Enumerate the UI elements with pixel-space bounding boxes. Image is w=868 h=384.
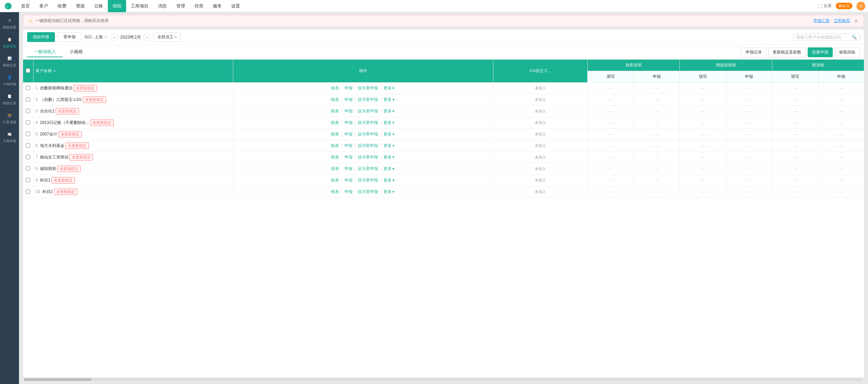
op-more[interactable]: 更多▼	[383, 97, 395, 102]
sort-icon[interactable]: ▼	[53, 69, 56, 73]
row-checkbox[interactable]	[26, 143, 30, 148]
sidebar-item-tax-settings[interactable]: ⚙ 报税设置	[0, 14, 19, 33]
op-declare[interactable]: 申报	[344, 86, 353, 90]
nav-client[interactable]: 客户	[35, 0, 53, 12]
op-set-zero[interactable]: 设为零申报	[358, 166, 378, 171]
batch-declare-btn[interactable]: 批量申报	[808, 47, 833, 57]
op-more[interactable]: 更多▼	[383, 189, 395, 194]
banner-link-buy[interactable]: 立即购买	[834, 18, 850, 24]
op-more[interactable]: 更多▼	[383, 86, 395, 90]
op-tax-form[interactable]: 税表	[331, 143, 339, 148]
op-tax-form[interactable]: 税表	[331, 132, 339, 136]
op-tax-form[interactable]: 税表	[331, 120, 339, 125]
sidebar-item-personal-tax[interactable]: 👤 个税申报	[0, 70, 19, 89]
op-set-zero[interactable]: 设为零申报	[358, 97, 378, 102]
upgrade-btn[interactable]: 畅会员	[836, 3, 852, 9]
row-checkbox[interactable]	[26, 109, 30, 113]
op-tax-form[interactable]: 税表	[331, 97, 339, 102]
tab-general-taxpayer[interactable]: 一般纳税人	[27, 47, 63, 57]
op-set-zero[interactable]: 设为零申报	[358, 120, 378, 125]
search-input[interactable]	[796, 35, 850, 40]
op-set-zero[interactable]: 设为零申报	[358, 155, 378, 159]
horizontal-scrollbar[interactable]	[23, 377, 864, 381]
banner-link-declare[interactable]: 申报汇签	[813, 18, 830, 24]
scroll-thumb[interactable]	[24, 378, 92, 381]
banner-close-btn[interactable]: ✕	[854, 18, 858, 24]
declare-records-btn[interactable]: 申报记录	[741, 47, 766, 57]
op-tax-form[interactable]: 税表	[331, 155, 339, 159]
op-set-zero[interactable]: 设为零申报	[358, 143, 378, 148]
op-tax-form[interactable]: 税表	[331, 189, 339, 194]
sidebar-item-biz-annual[interactable]: 📰 工商年报	[0, 127, 19, 146]
op-declare[interactable]: 申报	[344, 178, 353, 183]
row-checkbox[interactable]	[26, 97, 30, 102]
op-set-zero[interactable]: 设为零申报	[358, 132, 378, 136]
sidebar-item-batch-tax[interactable]: 📋 批量报税	[0, 33, 19, 51]
nav-bookkeeping[interactable]: 记账	[90, 0, 108, 12]
op-more[interactable]: 更多▼	[383, 143, 395, 148]
tab-zero-declare[interactable]: 零申报	[58, 32, 81, 42]
fullscreen-btn[interactable]: ⛶ 全屏	[818, 3, 832, 9]
nav-fee[interactable]: 收费	[53, 0, 71, 12]
nav-service[interactable]: 服务	[208, 0, 226, 12]
nav-invoice[interactable]: 票据	[71, 0, 90, 12]
update-tax-btn[interactable]: 更新税定及取数	[768, 47, 806, 57]
op-declare[interactable]: 申报	[344, 166, 353, 171]
op-declare[interactable]: 申报	[344, 189, 353, 194]
op-set-zero[interactable]: 设为零申报	[358, 189, 378, 194]
op-declare[interactable]: 申报	[344, 97, 353, 102]
row-checkbox[interactable]	[26, 86, 30, 90]
nav-biz-project[interactable]: 工商项目	[126, 0, 153, 12]
op-tax-form[interactable]: 税表	[331, 86, 339, 90]
row-checkbox[interactable]	[26, 132, 30, 136]
collect-receipt-btn[interactable]: 收取回执	[835, 47, 860, 57]
nav-home[interactable]: 首页	[16, 0, 35, 12]
tab-small-scale[interactable]: 小规模	[63, 47, 90, 57]
op-declare[interactable]: 申报	[344, 120, 353, 125]
op-more[interactable]: 更多▼	[383, 120, 395, 125]
row-checkbox[interactable]	[26, 178, 30, 182]
date-prev-btn[interactable]: ‹	[111, 34, 118, 41]
svg-point-0	[5, 3, 12, 9]
op-declare[interactable]: 申报	[344, 155, 353, 159]
add-fill-cell: —	[772, 117, 818, 129]
op-more[interactable]: 更多▼	[383, 178, 395, 183]
staff-dropdown[interactable]: 全部员工 ▾	[154, 33, 180, 42]
nav-manage[interactable]: 管理	[172, 0, 190, 12]
op-more[interactable]: 更多▼	[383, 155, 395, 159]
op-more[interactable]: 更多▼	[383, 132, 395, 136]
op-declare[interactable]: 申报	[344, 143, 353, 148]
sidebar-item-tax-overview[interactable]: 📊 报税总览	[0, 51, 19, 70]
op-declare[interactable]: 申报	[344, 109, 353, 113]
op-declare[interactable]: 申报	[344, 132, 353, 136]
status-badge: 未更新税定	[54, 189, 77, 195]
op-tax-form[interactable]: 税表	[331, 109, 339, 113]
sidebar-item-calc-clear[interactable]: 🧮 汇算清缴	[0, 108, 19, 127]
select-all-checkbox[interactable]	[26, 68, 30, 73]
tab-declare[interactable]: 税款申报	[27, 32, 55, 42]
row-checkbox[interactable]	[26, 120, 30, 125]
row-number: 8	[36, 166, 39, 171]
tax-fill-cell: —	[680, 175, 726, 186]
search-icon[interactable]: 🔍	[852, 35, 857, 40]
nav-operations[interactable]: 经营	[190, 0, 208, 12]
op-set-zero[interactable]: 设为零申报	[358, 178, 378, 183]
row-checkbox[interactable]	[26, 155, 30, 159]
op-more[interactable]: 更多▼	[383, 166, 395, 171]
sidebar-item-tax-records[interactable]: 📑 报税记录	[0, 89, 19, 108]
op-tax-form[interactable]: 税表	[331, 166, 339, 171]
row-checkbox[interactable]	[26, 189, 30, 194]
op-set-zero[interactable]: 设为零申报	[358, 109, 378, 113]
info-icon[interactable]: ⓘ	[104, 35, 108, 40]
nav-tax[interactable]: 报税	[108, 0, 126, 12]
op-more[interactable]: 更多▼	[383, 109, 395, 113]
user-avatar[interactable]: U	[856, 2, 865, 10]
op-tax-form[interactable]: 税表	[331, 178, 339, 183]
nav-message[interactable]: 消息	[153, 0, 172, 12]
row-checkbox[interactable]	[26, 166, 30, 171]
add-declare-cell: —	[818, 129, 864, 140]
op-set-zero[interactable]: 设为零申报	[358, 86, 378, 90]
client-name: 杨仙女工资商试	[40, 155, 68, 159]
date-next-btn[interactable]: ›	[143, 34, 151, 41]
nav-settings[interactable]: 设置	[226, 0, 245, 12]
